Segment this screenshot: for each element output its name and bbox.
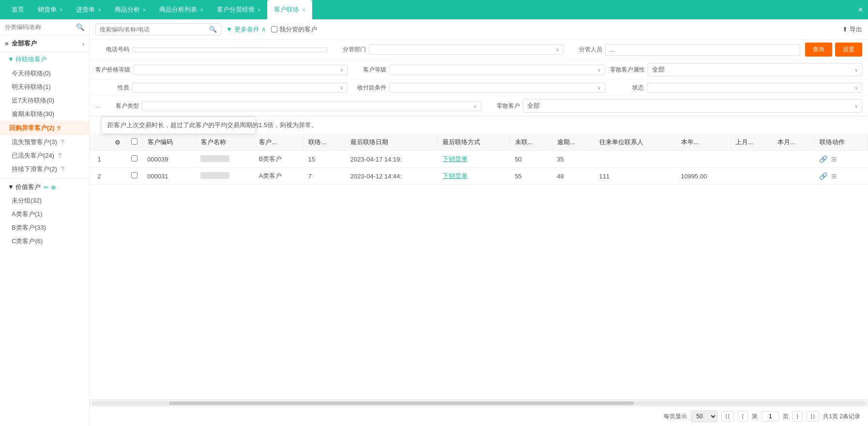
nature-select[interactable]: ∨	[132, 83, 348, 93]
tab-purchase-order[interactable]: 进货单 ×	[69, 0, 107, 19]
phone-input[interactable]	[132, 47, 327, 52]
per-page-select[interactable]: 50 20 100	[691, 411, 717, 422]
close-product-analysis-list-icon[interactable]: ×	[200, 7, 203, 13]
first-page-button[interactable]: ⟨⟨	[721, 411, 734, 422]
more-conditions-button[interactable]: ▼ 更多条件 ∧	[226, 25, 266, 34]
table-settings-icon[interactable]: ⚙	[115, 139, 121, 146]
customer-level-select[interactable]: ∨	[389, 65, 605, 75]
col-overdue: 逾期...	[552, 134, 594, 151]
close-product-analysis-icon[interactable]: ×	[143, 7, 146, 13]
status-select[interactable]: ∨	[647, 83, 862, 93]
page-number-input[interactable]	[761, 411, 779, 422]
sidebar-item-class-a[interactable]: A类客户(1)	[0, 207, 89, 221]
nature-label: 性质	[95, 84, 129, 92]
row1-code: 000039	[142, 151, 196, 168]
action-buttons: 查询 设置	[805, 43, 862, 57]
row2-unit-contact: 111	[594, 168, 676, 185]
more-filter-button[interactable]: ...	[95, 103, 100, 109]
tab-product-analysis[interactable]: 商品分析 ×	[108, 0, 152, 19]
sidebar-item-churn-warning[interactable]: 流失预警客户(3) ?	[0, 135, 89, 149]
window-close-icon[interactable]: ×	[858, 5, 863, 15]
sidebar-item-repurchase-anomaly[interactable]: 回购异常客户(2) ?	[0, 121, 89, 135]
prev-page-button[interactable]: ⟨	[738, 411, 748, 422]
value-group-edit-icon[interactable]: ✏	[44, 184, 49, 191]
sidebar-item-class-b[interactable]: B类客户(33)	[0, 221, 89, 235]
query-button[interactable]: 查询	[805, 43, 832, 57]
export-button[interactable]: ⬆ 导出	[842, 25, 862, 34]
customer-type-field: 客户类型 ∨	[105, 101, 481, 111]
tab-home[interactable]: 首页	[5, 0, 31, 19]
payment-terms-select[interactable]: ∨	[389, 83, 605, 93]
search-input[interactable]	[100, 26, 207, 33]
close-customer-contact-icon[interactable]: ×	[302, 7, 305, 13]
sidebar-item-today[interactable]: 今天待联络(0)	[0, 67, 89, 80]
sidebar-item-declining[interactable]: 持续下滑客户(2) ?	[0, 162, 89, 176]
scattered-customer-select[interactable]: 全部 ∨	[523, 99, 862, 113]
customer-level-arrow-icon: ∨	[597, 67, 601, 73]
filter-bar: 🔍 ▼ 更多条件 ∧ 我分管的客户 ⬆ 导出	[90, 19, 868, 40]
sidebar-group-pending[interactable]: ▼ 待联络客户	[0, 52, 89, 67]
anomaly-help-icon: ?	[57, 125, 61, 132]
phone-label: 电话号码	[95, 45, 129, 54]
scroll-thumb[interactable]	[169, 401, 634, 405]
value-group-add-icon[interactable]: ⊕	[51, 184, 56, 191]
row1-uncontacted: 50	[510, 151, 552, 168]
row2-select-checkbox[interactable]	[131, 172, 137, 178]
next-page-button[interactable]: ⟩	[792, 411, 803, 422]
payment-terms-label: 收付款条件	[352, 84, 386, 92]
sidebar-item-class-c[interactable]: C类客户(6)	[0, 235, 89, 248]
col-last-month: 上月...	[730, 134, 772, 151]
sidebar-item-ungrouped[interactable]: 未分组(32)	[0, 194, 89, 207]
horizontal-scrollbar[interactable]	[90, 399, 868, 406]
manager-input[interactable]: ...	[605, 44, 800, 56]
tab-customer-tier[interactable]: 客户分层经营 ×	[210, 0, 267, 19]
row2-overdue: 48	[552, 168, 594, 185]
price-level-select[interactable]: ∨	[133, 65, 348, 75]
payment-terms-arrow-icon: ∨	[597, 85, 601, 90]
sidebar-item-churned[interactable]: 已流失客户(24) ?	[0, 149, 89, 162]
customer-type-label: 客户类型	[105, 102, 139, 110]
sidebar-all-customers[interactable]: ≡ 全部客户 ›	[0, 35, 89, 52]
row1-method-link[interactable]: 下销货单	[442, 155, 468, 162]
settings-button[interactable]: 设置	[835, 43, 862, 57]
row2-last-month	[730, 168, 772, 185]
sidebar-search-input[interactable]	[5, 24, 76, 30]
sidebar-item-overdue[interactable]: 逾期未联络(30)	[0, 107, 89, 121]
col-this-month: 本月...	[772, 134, 814, 151]
close-purchase-order-icon[interactable]: ×	[98, 7, 101, 13]
search-icon: 🔍	[209, 26, 217, 33]
row2-grid-icon[interactable]: ⊞	[831, 172, 837, 180]
tab-sales-order[interactable]: 销货单 ×	[31, 0, 69, 19]
close-customer-tier-icon[interactable]: ×	[258, 7, 260, 13]
tab-customer-contact[interactable]: 客户联络 ×	[267, 0, 312, 19]
table-row: 2 000031 A类客户 7 2023-04-12 14:44:	[90, 168, 868, 185]
tab-product-analysis-list[interactable]: 商品分析列表 ×	[152, 0, 210, 19]
sidebar-group-value[interactable]: ▼ 价值客户 ✏ ⊕	[0, 180, 89, 194]
sidebar-collapse-arrow[interactable]: ›	[82, 40, 84, 47]
col-checkbox-header[interactable]	[126, 134, 142, 151]
col-settings-header[interactable]: ⚙	[109, 134, 126, 151]
tooltip-box: 距客户上次交易时长，超过了此客户的平均交易周期的1.5倍，则视为异常。	[101, 117, 256, 134]
row2-checkbox[interactable]	[126, 168, 142, 185]
sidebar-item-tomorrow[interactable]: 明天待联络(1)	[0, 80, 89, 94]
row1-select-checkbox[interactable]	[131, 155, 137, 162]
row2-link-icon[interactable]: 🔗	[819, 172, 827, 180]
close-sales-order-icon[interactable]: ×	[60, 7, 62, 13]
row1-grid-icon[interactable]: ⊞	[831, 155, 837, 163]
row1-link-icon[interactable]: 🔗	[819, 155, 827, 163]
sidebar: 🔍 ≡ 全部客户 › ▼ 待联络客户 今天待联络(0) 明天待联络(1) 近7天…	[0, 19, 90, 426]
last-page-button[interactable]: ⟩⟩	[807, 411, 819, 422]
my-customer-checkbox[interactable]	[271, 26, 277, 32]
row1-contact-count: 15	[304, 151, 346, 168]
row1-checkbox[interactable]	[126, 151, 142, 168]
scattered-attr-select[interactable]: 全部 ∨	[648, 63, 862, 76]
declining-help-icon: ?	[61, 165, 64, 173]
select-all-checkbox[interactable]	[131, 138, 137, 145]
sidebar-item-7days[interactable]: 近7天待联络(0)	[0, 94, 89, 107]
dept-arrow-icon: ∨	[556, 47, 559, 52]
dept-select[interactable]: ∨	[369, 44, 564, 55]
page-label: 第	[752, 412, 758, 421]
customer-type-select[interactable]: ∨	[142, 101, 481, 111]
row2-method-link[interactable]: 下销货单	[442, 172, 468, 179]
scattered-customer-field: 零散客户 全部 ∨	[486, 99, 862, 113]
